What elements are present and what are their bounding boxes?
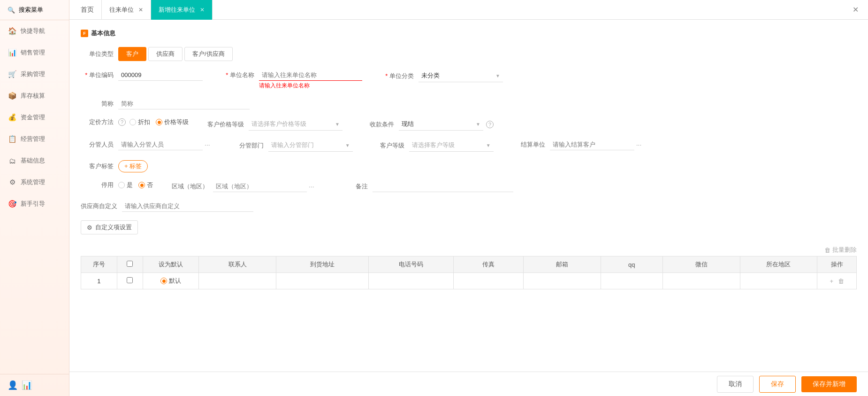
customer-level-field: 客户等级 请选择客户等级 ▼ [372, 139, 494, 152]
disabled-yes-radio[interactable]: 是 [118, 181, 133, 189]
row-email[interactable] [523, 273, 601, 289]
pricing-level-radio[interactable]: 价格等级 [156, 118, 189, 126]
sidebar-item-inventory[interactable]: 📦库存核算 [0, 85, 69, 107]
row-add-btn[interactable]: + [830, 278, 834, 285]
supplier-custom-input[interactable] [122, 201, 253, 212]
custom-settings-label: 自定义项设置 [95, 223, 132, 232]
sidebar-item-guide[interactable]: 🎯新手引导 [0, 193, 69, 215]
section-icon: F [81, 30, 88, 37]
short-name-input[interactable] [118, 98, 250, 109]
supplier-custom-label: 供应商自定义 [81, 202, 122, 210]
row-checkbox-cell[interactable] [117, 273, 143, 289]
unit-type-supplier-btn[interactable]: 供应商 [148, 47, 183, 61]
sidebar-item-finance[interactable]: 💰资金管理 [0, 107, 69, 128]
row-phone[interactable] [369, 273, 454, 289]
sidebar-item-system[interactable]: ⚙系统管理 [0, 171, 69, 193]
row-fax[interactable] [454, 273, 523, 289]
table-col-header: 微信 [662, 256, 740, 273]
sidebar-label-inventory: 库存核算 [21, 92, 45, 100]
save-new-button[interactable]: 保存并新增 [801, 376, 857, 392]
tab-label-contacts: 往来单位 [109, 6, 134, 14]
unit-name-field: 单位名称 请输入往来单位名称 [221, 70, 362, 90]
payment-terms-value: 现结 [402, 120, 474, 128]
main-area: 首页往来单位✕新增往来单位✕ ✕ F 基本信息 单位类型 客户供应商客户/供应商… [69, 0, 868, 396]
custom-settings-icon: ⚙ [87, 224, 92, 231]
row-phone-input[interactable] [390, 278, 432, 285]
tab-new-contact[interactable]: 新增往来单位✕ [151, 0, 213, 20]
unit-type-both-btn[interactable]: 客户/供应商 [184, 47, 233, 61]
customer-level-select[interactable]: 请选择客户等级 ▼ [409, 139, 494, 152]
unit-type-customer-btn[interactable]: 客户 [118, 47, 146, 61]
table-col-header: 邮箱 [523, 256, 601, 273]
sidebar-item-operations[interactable]: 📋经营管理 [0, 128, 69, 150]
unit-type-group: 客户供应商客户/供应商 [118, 47, 233, 61]
settlement-unit-more-btn[interactable]: ··· [634, 141, 644, 148]
table-header-checkbox[interactable] [127, 261, 133, 267]
payment-terms-help-icon[interactable]: ? [486, 121, 494, 128]
sidebar-label-basic: 基础信息 [21, 156, 45, 165]
table-col-header [117, 256, 143, 273]
remark-input[interactable] [373, 181, 513, 192]
department-select[interactable]: 请输入分管部门 ▼ [268, 139, 353, 152]
sidebar-label-purchase: 采购管理 [21, 70, 45, 78]
batch-delete-icon: 🗑 [824, 247, 830, 254]
settlement-unit-input[interactable] [550, 139, 634, 150]
row-contact[interactable] [199, 273, 276, 289]
unit-name-label: 单位名称 [221, 71, 259, 79]
sidebar-label-system: 系统管理 [21, 178, 45, 186]
region-more-btn[interactable]: ··· [307, 183, 316, 190]
section-title: 基本信息 [91, 29, 115, 38]
sidebar-label-operations: 经营管理 [21, 135, 45, 143]
sidebar-item-sales[interactable]: 📊销售管理 [0, 42, 69, 63]
pricing-method-help-icon[interactable]: ? [118, 118, 126, 126]
pricing-method-radios: 折扣 价格等级 [129, 118, 189, 126]
pricing-level-circle [156, 119, 162, 125]
row-region-input[interactable] [760, 278, 797, 285]
manager-input[interactable] [118, 139, 203, 150]
sidebar-item-quick-nav[interactable]: 🏠快捷导航 [0, 20, 69, 42]
save-button[interactable]: 保存 [759, 376, 796, 393]
table-col-header: qq [601, 256, 662, 273]
settlement-unit-field: 结算单位 ··· [512, 139, 644, 150]
sidebar-item-basic[interactable]: 🗂基础信息 [0, 150, 69, 171]
tab-close-new-contact[interactable]: ✕ [200, 7, 205, 13]
tab-contacts[interactable]: 往来单位✕ [102, 0, 151, 20]
row-address[interactable] [276, 273, 369, 289]
region-input[interactable] [213, 181, 307, 192]
row-default-radio[interactable]: 默认 [148, 277, 194, 285]
unit-name-input[interactable] [259, 70, 362, 81]
unit-code-label: 单位编码 [81, 71, 118, 79]
custom-settings-btn[interactable]: ⚙ 自定义项设置 [81, 220, 138, 234]
row-region[interactable] [740, 273, 817, 289]
unit-category-select[interactable]: 未分类 ▼ [419, 70, 503, 82]
disabled-no-radio[interactable]: 否 [138, 181, 153, 189]
tab-home[interactable]: 首页 [73, 0, 102, 20]
row-qq[interactable] [601, 273, 662, 289]
sidebar-item-purchase[interactable]: 🛒采购管理 [0, 63, 69, 85]
search-menu[interactable]: 🔍 搜索菜单 [0, 0, 69, 20]
row-manager: 分管人员 ··· 分管部门 请输入分管部门 ▼ 客户等级 请选择客户等级 ▼ 结… [81, 139, 857, 152]
batch-delete-btn[interactable]: 🗑 批量删除 [824, 246, 857, 254]
row-fax-input[interactable] [472, 278, 505, 285]
manager-more-btn[interactable]: ··· [203, 141, 212, 148]
row-contact-input[interactable] [219, 278, 256, 285]
pricing-discount-radio[interactable]: 折扣 [129, 118, 150, 126]
row-email-input[interactable] [543, 278, 581, 285]
payment-terms-select[interactable]: 现结 ▼ [399, 118, 483, 131]
customer-price-level-select[interactable]: 请选择客户价格等级 ▼ [249, 118, 343, 131]
tab-close-contacts[interactable]: ✕ [138, 7, 143, 13]
row-qq-input[interactable] [617, 278, 646, 285]
pricing-method-field: 定价方法 ? 折扣 价格等级 [81, 118, 189, 126]
row-checkbox[interactable] [127, 277, 133, 283]
unit-code-input[interactable] [118, 70, 203, 81]
row-wechat[interactable] [662, 273, 740, 289]
cancel-button[interactable]: 取消 [717, 376, 754, 393]
row-delete-btn[interactable]: 🗑 [838, 278, 844, 285]
row-wechat-input[interactable] [683, 278, 720, 285]
row-address-input[interactable] [299, 278, 346, 285]
unit-category-field: 单位分类 未分类 ▼ [381, 70, 503, 82]
footer-bar: 取消 保存 保存并新增 [69, 372, 868, 396]
unit-category-value: 未分类 [421, 71, 494, 80]
close-window-button[interactable]: ✕ [847, 5, 864, 14]
tag-add-btn[interactable]: + 标签 [118, 160, 148, 172]
